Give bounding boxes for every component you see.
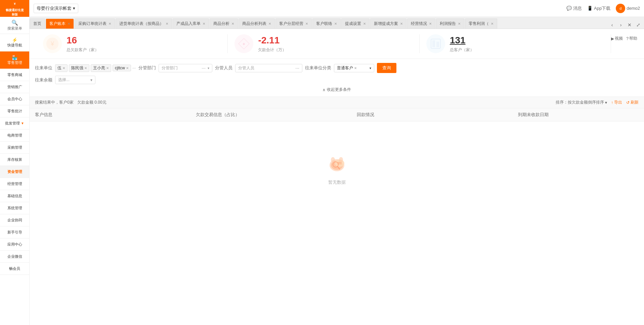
prev-tab-button[interactable]: ‹ bbox=[608, 21, 616, 29]
unit-filter-tags: 伍 ✕ 陈民强 ✕ 王小亮 ✕ cjttcw ✕ ··· bbox=[55, 64, 136, 72]
total-customers-icon bbox=[426, 34, 445, 53]
total-customers-num: 131 bbox=[450, 35, 474, 46]
sidebar-item-retail-stats[interactable]: 零售统计 bbox=[0, 105, 29, 117]
query-button[interactable]: 查询 bbox=[377, 63, 396, 73]
summary-help-links: ▶ 视频 ? 帮助 bbox=[611, 34, 637, 41]
sidebar-item-member[interactable]: 会员中心 bbox=[0, 93, 29, 105]
tab-home[interactable]: 首页 bbox=[30, 19, 45, 29]
tab-label: 首页 bbox=[33, 21, 41, 27]
person-more-icon[interactable]: ··· bbox=[295, 65, 299, 71]
close-icon[interactable]: ✕ bbox=[458, 22, 461, 26]
sidebar-item-system[interactable]: 系统管理 bbox=[0, 202, 29, 214]
filter-tag-cjttcw[interactable]: cjttcw ✕ bbox=[113, 65, 131, 71]
person-filter-select[interactable]: 分管人员 ··· bbox=[235, 64, 302, 72]
refresh-button[interactable]: ↺ 刷新 bbox=[626, 100, 639, 105]
summary-card-total-customers: 131 总客户（家） bbox=[420, 34, 611, 53]
svg-rect-6 bbox=[432, 40, 435, 47]
account-selector[interactable]: 母婴行业演示帐套 ▾ bbox=[34, 4, 78, 13]
export-button[interactable]: ↑ 导出 bbox=[611, 100, 622, 105]
more-tags-button[interactable]: ··· bbox=[132, 66, 136, 70]
tab-new-commission-plan[interactable]: 新增提成方案 ✕ bbox=[370, 19, 406, 29]
user-profile[interactable]: d demo2 bbox=[616, 4, 640, 13]
sidebar-item-newbie[interactable]: 新手引导 bbox=[0, 226, 29, 239]
balance-placeholder: 选择... bbox=[58, 77, 70, 83]
tab-customer-ledger[interactable]: 客户账本 ✕ bbox=[46, 19, 74, 29]
tab-finished-goods[interactable]: 产成品入库单 ✕ bbox=[173, 19, 209, 29]
filter-tag-wu[interactable]: 伍 ✕ bbox=[55, 64, 68, 72]
close-icon[interactable]: ✕ bbox=[305, 22, 308, 26]
sidebar-item-basic-info[interactable]: 基础信息 bbox=[0, 190, 29, 202]
close-icon[interactable]: ✕ bbox=[68, 22, 70, 26]
filter-tag-wang[interactable]: 王小亮 ✕ bbox=[91, 64, 111, 72]
tab-customer-contact[interactable]: 客户联络 ✕ bbox=[312, 19, 341, 29]
dept-filter-select[interactable]: 分管部门 ··· ▾ bbox=[159, 64, 212, 72]
sidebar-item-finance[interactable]: 资金管理 bbox=[0, 166, 29, 178]
tab-product-analysis-list[interactable]: 商品分析列表 ✕ bbox=[239, 19, 275, 29]
close-icon[interactable]: ✕ bbox=[491, 22, 493, 26]
amount-text: 欠款金额 0.00元 bbox=[77, 100, 106, 105]
remove-tag-wang[interactable]: ✕ bbox=[106, 66, 109, 70]
close-icon[interactable]: ✕ bbox=[334, 22, 337, 26]
close-icon[interactable]: ✕ bbox=[268, 22, 271, 26]
message-link[interactable]: 💬 消息 bbox=[566, 5, 582, 11]
debt-amount-icon: ✦ bbox=[234, 34, 253, 53]
sidebar-item-enterprise-wechat[interactable]: 企业微信 bbox=[0, 251, 29, 263]
svg-text:✦: ✦ bbox=[242, 41, 246, 47]
close-icon[interactable]: ✕ bbox=[400, 22, 403, 26]
remove-tag-cjttcw[interactable]: ✕ bbox=[126, 66, 129, 70]
tab-profit-report[interactable]: 利润报告 ✕ bbox=[436, 19, 464, 29]
message-icon: 💬 bbox=[566, 6, 572, 11]
close-all-tabs-button[interactable]: ✕ bbox=[626, 21, 633, 29]
close-icon[interactable]: ✕ bbox=[231, 22, 234, 26]
filter-tag-chen[interactable]: 陈民强 ✕ bbox=[69, 64, 89, 72]
sidebar-item-search[interactable]: 🔍 搜索菜单 bbox=[0, 17, 29, 34]
tab-commission-settings[interactable]: 提成设置 ✕ bbox=[341, 19, 370, 29]
tab-retail-profit[interactable]: 零售利润（ ✕ bbox=[465, 19, 497, 29]
sidebar-item-purchase[interactable]: 采购管理 bbox=[0, 142, 29, 154]
sidebar-item-chang-member[interactable]: 畅会员 bbox=[0, 263, 29, 275]
empty-state-label: 暂无数据 bbox=[328, 179, 346, 185]
sidebar-item-retail-mall[interactable]: 零售商城 bbox=[0, 69, 29, 81]
tab-stock-stats-by-product[interactable]: 进货单统计表（按商品） ✕ bbox=[116, 19, 172, 29]
close-icon[interactable]: ✕ bbox=[109, 22, 111, 26]
tab-label: 客户分层经营 bbox=[279, 21, 303, 27]
selector-arrow: ▾ bbox=[73, 6, 75, 11]
sidebar-item-wholesale[interactable]: 批发管理 ▼ bbox=[0, 117, 29, 130]
category-arrow-icon: ▾ bbox=[370, 66, 371, 70]
close-icon[interactable]: ✕ bbox=[429, 22, 432, 26]
maximize-button[interactable]: ⤢ bbox=[635, 21, 642, 29]
video-link[interactable]: ▶ 视频 bbox=[611, 36, 623, 41]
sort-select[interactable]: 排序：按欠款金额倒序排序 ▾ bbox=[556, 100, 607, 105]
tab-customer-tier[interactable]: 客户分层经营 ✕ bbox=[275, 19, 312, 29]
tab-product-analysis[interactable]: 商品分析 ✕ bbox=[210, 19, 238, 29]
close-icon[interactable]: ✕ bbox=[203, 22, 205, 26]
empty-state: 暂无数据 bbox=[30, 121, 644, 212]
tab-purchase-order-stats[interactable]: 采购订单统计表 ✕ bbox=[75, 19, 115, 29]
app-download-link[interactable]: 📱 App下载 bbox=[587, 5, 610, 11]
remove-category-tag[interactable]: ✕ bbox=[354, 66, 357, 70]
next-tab-button[interactable]: › bbox=[617, 21, 625, 29]
sidebar-item-retail[interactable]: 🏪 零售管理 bbox=[0, 51, 29, 69]
sidebar-item-enterprise-collab[interactable]: 企业协同 bbox=[0, 214, 29, 226]
close-icon[interactable]: ✕ bbox=[363, 22, 366, 26]
close-icon[interactable]: ✕ bbox=[166, 22, 168, 26]
dept-filter-label: 分管部门 bbox=[138, 65, 156, 71]
logo-subtext: 标版 bbox=[12, 12, 18, 17]
category-tag[interactable]: 普通客户 ✕ bbox=[337, 65, 357, 71]
tab-business-overview[interactable]: 经营情况 ✕ bbox=[407, 19, 435, 29]
sidebar-item-app-center[interactable]: 应用中心 bbox=[0, 239, 29, 251]
dept-more-icon[interactable]: ··· bbox=[202, 65, 206, 71]
summary-text-customers: 16 总欠款客户（家） bbox=[67, 35, 99, 53]
category-tag-label: 普通客户 bbox=[337, 65, 353, 71]
help-link[interactable]: ? 帮助 bbox=[626, 36, 637, 41]
sidebar-item-inventory[interactable]: 库存核算 bbox=[0, 154, 29, 166]
collapse-button[interactable]: ∧ 收起更多条件 bbox=[35, 87, 639, 93]
sidebar-item-operations[interactable]: 经营管理 bbox=[0, 178, 29, 190]
balance-filter-select[interactable]: 选择... ▾ bbox=[55, 76, 95, 84]
sidebar-item-quick-nav[interactable]: ⚡ 快捷导航 bbox=[0, 34, 29, 51]
sidebar-item-ecommerce[interactable]: 电商管理 bbox=[0, 130, 29, 142]
remove-tag-chen[interactable]: ✕ bbox=[84, 66, 87, 70]
sidebar-item-marketing[interactable]: 营销推广 bbox=[0, 81, 29, 93]
remove-tag-wu[interactable]: ✕ bbox=[62, 66, 65, 70]
category-filter-select[interactable]: 普通客户 ✕ ▾ bbox=[334, 64, 374, 72]
